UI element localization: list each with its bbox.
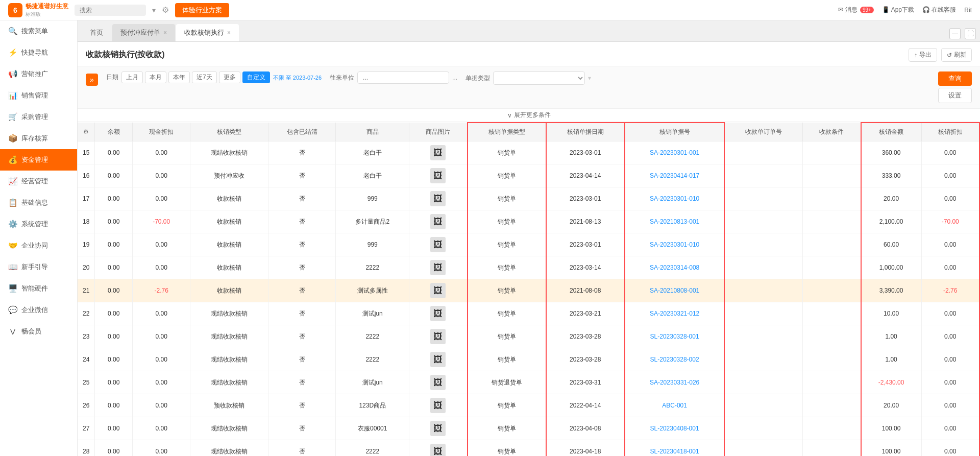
doc-no-link[interactable]: SA-20230314-008 — [650, 264, 699, 271]
cell-doc-no[interactable]: SA-20230301-010 — [625, 187, 725, 210]
doc-no-link[interactable]: SA-20230301-010 — [650, 195, 699, 202]
date-btn-custom[interactable]: 自定义 — [242, 71, 270, 83]
tab-prepay[interactable]: 预付冲应付单 × — [112, 24, 175, 41]
table-row: 24 0.00 0.00 现结收款核销 否 2222 🖼 销货单 2023-03… — [78, 348, 979, 371]
setting-btn[interactable]: 设置 — [938, 88, 972, 103]
cell-doc-no[interactable]: SA-20230331-026 — [625, 371, 725, 394]
cell-discount2: 0.00 — [921, 394, 979, 417]
expand-more-bar[interactable]: ∨ 展开更多条件 — [78, 109, 980, 122]
cell-doc-date: 2023-03-21 — [546, 302, 625, 325]
sidebar-item-inventory[interactable]: 📦 库存核算 — [0, 128, 77, 149]
cell-num: 27 — [78, 417, 95, 440]
cell-discount: 0.00 — [133, 325, 190, 348]
cell-type: 现结收款核销 — [190, 371, 268, 394]
cell-doc-no[interactable]: SA-20230301-001 — [625, 141, 725, 164]
doc-no-link[interactable]: SA-20230301-001 — [650, 149, 699, 156]
cell-doc-type: 销货单 — [468, 417, 546, 440]
app-download-link[interactable]: 📱 App下载 — [882, 6, 914, 14]
sidebar-item-basic[interactable]: 📋 基础信息 — [0, 192, 77, 213]
search-input[interactable] — [75, 5, 146, 16]
messages-link[interactable]: ✉ 消息 99+ — [838, 6, 874, 14]
sidebar-item-finance[interactable]: 💰 资金管理 — [0, 149, 77, 171]
sidebar-label-member: 畅会员 — [21, 327, 41, 336]
cell-doc-no[interactable]: SA-20210813-001 — [625, 210, 725, 233]
sidebar-item-search[interactable]: 🔍 搜索菜单 — [0, 20, 77, 42]
user-name: Rit — [964, 7, 972, 14]
sidebar-item-purchase[interactable]: 🛒 采购管理 — [0, 106, 77, 128]
cell-amount: 100.00 — [861, 440, 921, 457]
date-btn-thisyear[interactable]: 本年 — [168, 71, 190, 83]
sidebar-label-search: 搜索菜单 — [21, 27, 48, 36]
filter-expand-btn[interactable]: » — [86, 74, 98, 86]
cell-doc-no[interactable]: SL-20230418-001 — [625, 440, 725, 457]
doc-no-link[interactable]: SL-20230408-001 — [650, 425, 699, 432]
dropdown-icon[interactable]: ▾ — [152, 6, 156, 14]
data-table: ⚙ 余额 现金折扣 核销类型 包含已结清 商品 商品图片 核销单据类型 核销单据… — [78, 122, 980, 456]
tab-prepay-close[interactable]: × — [163, 29, 167, 36]
sidebar-item-sales[interactable]: 📊 销售管理 — [0, 85, 77, 106]
table-row: 21 0.00 -2.76 收款核销 否 测试多属性 🖼 销货单 2021-08… — [78, 279, 979, 302]
tab-maximize-btn[interactable]: ⛶ — [965, 28, 976, 39]
cell-goods-img: 🖼 — [409, 325, 468, 348]
query-btn[interactable]: 查询 — [938, 71, 972, 86]
sidebar-item-guide[interactable]: 📖 新手引导 — [0, 256, 77, 278]
sidebar-item-quick[interactable]: ⚡ 快捷导航 — [0, 42, 77, 63]
doc-no-link[interactable]: ABC-001 — [662, 402, 687, 409]
unit-input[interactable] — [357, 71, 449, 84]
sidebar-item-member[interactable]: V 畅会员 — [0, 321, 77, 342]
unit-more-icon[interactable]: ... — [452, 74, 457, 81]
industry-btn[interactable]: 体验行业方案 — [175, 3, 229, 17]
settings-icon[interactable]: ⚙ — [162, 5, 169, 15]
doc-no-link[interactable]: SL-20230328-002 — [650, 356, 699, 363]
doc-no-link[interactable]: SL-20230418-001 — [650, 448, 699, 455]
sidebar-item-wechat[interactable]: 💬 企业微信 — [0, 299, 77, 321]
sidebar-item-hardware[interactable]: 🖥️ 智能硬件 — [0, 278, 77, 299]
date-btn-more[interactable]: 更多 — [219, 71, 240, 83]
cell-balance: 0.00 — [95, 371, 133, 394]
table-row: 27 0.00 0.00 现结收款核销 否 衣服00001 🖼 销货单 2023… — [78, 417, 979, 440]
doc-no-link[interactable]: SA-20210808-001 — [650, 287, 699, 294]
cell-doc-no[interactable]: SA-20230301-010 — [625, 233, 725, 256]
messages-icon: ✉ — [838, 6, 843, 13]
date-btn-7days[interactable]: 近7天 — [192, 71, 217, 83]
cell-doc-no[interactable]: SL-20230328-002 — [625, 348, 725, 371]
cell-doc-no[interactable]: SA-20230314-008 — [625, 256, 725, 279]
export-btn[interactable]: ↑ 导出 — [909, 48, 937, 62]
cell-doc-date: 2023-03-01 — [546, 141, 625, 164]
cell-order-no — [724, 187, 802, 210]
cell-doc-no[interactable]: SA-20210808-001 — [625, 279, 725, 302]
cell-discount: 0.00 — [133, 233, 190, 256]
cell-condition — [803, 210, 861, 233]
tab-minimize-btn[interactable]: — — [949, 28, 961, 39]
cell-doc-no[interactable]: SL-20230328-001 — [625, 325, 725, 348]
doc-no-link[interactable]: SA-20230331-026 — [650, 379, 699, 386]
date-btn-lastmonth[interactable]: 上月 — [121, 71, 143, 83]
cell-doc-no[interactable]: SL-20230408-001 — [625, 417, 725, 440]
tab-writeoff[interactable]: 收款核销执行 × — [176, 24, 239, 41]
doc-no-link[interactable]: SA-20230414-017 — [650, 172, 699, 179]
cell-goods-img: 🖼 — [409, 440, 468, 457]
cell-balance: 0.00 — [95, 417, 133, 440]
sidebar-item-collab[interactable]: 🤝 企业协同 — [0, 235, 77, 256]
cell-amount: 3,390.00 — [861, 279, 921, 302]
col-settings[interactable]: ⚙ — [78, 123, 95, 141]
online-service-link[interactable]: 🎧 在线客服 — [922, 6, 956, 14]
sidebar-item-marketing[interactable]: 📢 营销推广 — [0, 63, 77, 85]
doc-no-link[interactable]: SL-20230328-001 — [650, 333, 699, 340]
sidebar-item-management[interactable]: 📈 经营管理 — [0, 171, 77, 192]
refresh-btn[interactable]: ↺ 刷新 — [941, 48, 972, 62]
cell-doc-no[interactable]: ABC-001 — [625, 394, 725, 417]
top-bar-left: 6 畅捷通谱好生意 标准版 ▾ ⚙ 体验行业方案 — [8, 2, 229, 18]
cell-doc-no[interactable]: SA-20230414-017 — [625, 164, 725, 187]
cell-discount2: -70.00 — [921, 210, 979, 233]
tab-home[interactable]: 首页 — [82, 24, 111, 41]
doc-no-link[interactable]: SA-20210813-001 — [650, 218, 699, 225]
tab-writeoff-close[interactable]: × — [227, 29, 231, 36]
doc-no-link[interactable]: SA-20230301-010 — [650, 241, 699, 248]
doc-no-link[interactable]: SA-20230321-012 — [650, 310, 699, 317]
cell-type: 收款核销 — [190, 279, 268, 302]
date-btn-thismonth[interactable]: 本月 — [145, 71, 166, 83]
cell-doc-no[interactable]: SA-20230321-012 — [625, 302, 725, 325]
sidebar-item-system[interactable]: ⚙️ 系统管理 — [0, 213, 77, 235]
order-type-select[interactable] — [493, 71, 585, 85]
